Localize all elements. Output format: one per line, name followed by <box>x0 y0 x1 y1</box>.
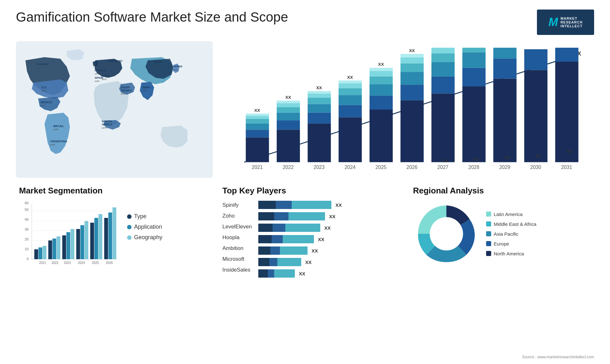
svg-rect-51 <box>277 120 300 130</box>
legend-item-application: Application <box>127 224 162 230</box>
source-text: Source : www.marketresearchintellect.com <box>522 355 594 359</box>
segmentation-chart-svg: 0 10 20 30 40 50 60 <box>19 200 121 270</box>
bar-microsoft-value: XX <box>305 260 312 265</box>
page-container: Gamification Software Market Size and Sc… <box>0 0 610 364</box>
svg-text:2023: 2023 <box>64 261 71 265</box>
bar-ambition-light <box>280 246 308 255</box>
bar-leveleleven-value: XX <box>324 225 331 231</box>
legend-label-application: Application <box>134 224 162 230</box>
map-label-italy: ITALY <box>102 74 110 78</box>
svg-rect-87 <box>401 54 424 57</box>
legend-latin-america: Latin America <box>486 212 536 217</box>
map-label-uk: U.K. <box>93 61 99 64</box>
bar-microsoft-light <box>277 258 301 266</box>
svg-rect-68 <box>339 95 362 105</box>
svg-rect-98 <box>462 68 485 86</box>
map-section: CANADA xx% U.S. xx% MEXICO xx% BRAZIL xx… <box>16 41 213 178</box>
logo-line3: INTELLECT <box>560 24 583 28</box>
map-sub-india: xx% <box>142 89 147 92</box>
bar-row-microsoft: XX <box>258 258 400 266</box>
svg-text:60: 60 <box>25 201 29 205</box>
svg-rect-109 <box>524 49 547 70</box>
bar-zoho-value: XX <box>329 214 336 219</box>
donut-chart-svg <box>413 200 480 267</box>
market-size-chart: XX 2021 XX <box>219 41 594 178</box>
svg-rect-71 <box>339 80 362 83</box>
svg-rect-16 <box>38 247 42 259</box>
svg-rect-23 <box>62 235 66 259</box>
svg-text:XX: XX <box>443 158 448 163</box>
market-bar-chart-svg: XX 2021 XX <box>229 44 585 175</box>
bar-row-spinify: XX <box>258 200 400 209</box>
legend-color-apac <box>486 231 491 236</box>
map-sub-southafrica: xx% <box>102 126 106 129</box>
svg-rect-53 <box>277 107 300 113</box>
svg-rect-75 <box>369 96 393 110</box>
svg-rect-55 <box>277 101 300 103</box>
svg-rect-20 <box>52 239 56 259</box>
svg-rect-45 <box>246 119 269 124</box>
svg-rect-86 <box>401 57 424 63</box>
map-sub-argentina: xx% <box>50 143 55 146</box>
map-label-china: CHINA <box>153 60 162 64</box>
map-sub-france: xx% <box>95 72 99 75</box>
svg-rect-19 <box>48 240 52 259</box>
bar-row-hoopla: XX <box>258 235 400 244</box>
svg-rect-82 <box>401 100 424 162</box>
logo-letter: M <box>548 16 558 29</box>
legend-color-mea <box>486 221 491 226</box>
svg-text:2026: 2026 <box>406 165 417 170</box>
bar-zoho <box>258 212 325 220</box>
svg-rect-90 <box>431 93 455 162</box>
bar-microsoft <box>258 258 301 266</box>
svg-text:2026: 2026 <box>106 261 113 265</box>
legend-item-geography: Geography <box>127 234 162 241</box>
svg-text:XX: XX <box>254 108 260 113</box>
legend-dot-application <box>127 225 132 229</box>
legend-dot-type <box>127 214 132 219</box>
svg-point-116 <box>430 217 463 251</box>
legend-label-europe: Europe <box>494 241 509 246</box>
svg-rect-105 <box>493 48 517 58</box>
logo-line2: RESEARCH <box>560 20 583 24</box>
map-sub-china: xx% <box>153 64 158 67</box>
svg-text:2025: 2025 <box>376 165 387 170</box>
svg-rect-85 <box>401 64 424 72</box>
legend-color-na <box>486 251 491 256</box>
regional-section: Regional Analysis <box>410 183 594 351</box>
svg-text:XX: XX <box>378 62 384 67</box>
svg-rect-94 <box>431 48 455 53</box>
svg-rect-83 <box>401 85 424 100</box>
svg-rect-84 <box>401 72 424 85</box>
svg-rect-93 <box>431 53 455 62</box>
svg-text:2022: 2022 <box>283 165 294 170</box>
svg-text:XX: XX <box>316 85 322 90</box>
player-hoopla: Hoopla <box>222 234 252 241</box>
svg-rect-113 <box>555 48 578 62</box>
map-label-southafrica: SOUTH <box>102 120 112 123</box>
donut-legend: Latin America Middle East & Africa Asia … <box>486 212 536 256</box>
map-label-us: U.S. <box>41 86 47 89</box>
svg-rect-63 <box>308 91 331 94</box>
bar-leveleleven-dark <box>258 224 273 232</box>
player-microsoft: Microsoft <box>222 256 252 262</box>
bar-spinify-value: XX <box>336 202 342 208</box>
svg-text:XX: XX <box>409 48 415 53</box>
map-sub-canada: xx% <box>37 66 41 69</box>
page-title: Gamification Software Market Size and Sc… <box>16 10 288 25</box>
svg-text:2023: 2023 <box>314 165 325 170</box>
svg-text:2021: 2021 <box>39 261 46 265</box>
legend-dot-geography <box>127 235 132 240</box>
map-sub-mexico: xx% <box>41 104 45 107</box>
svg-rect-99 <box>462 52 485 68</box>
map-sub-germany: xx% <box>108 63 113 66</box>
svg-rect-61 <box>308 98 331 104</box>
player-zoho: Zoho <box>222 213 252 219</box>
map-label-saudi: SAUDI <box>121 86 130 89</box>
svg-rect-50 <box>277 130 300 162</box>
svg-text:0: 0 <box>27 257 29 261</box>
map-sub-spain: xx% <box>95 80 99 83</box>
player-spinify: Spinify <box>222 202 252 208</box>
svg-text:2024: 2024 <box>78 261 85 265</box>
bar-row-insidesales: XX <box>258 269 400 278</box>
